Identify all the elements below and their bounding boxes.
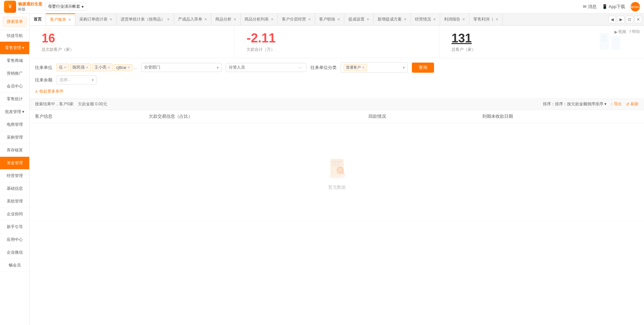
tab-customer-contact[interactable]: 客户联络 ✕	[315, 13, 344, 26]
tab-customer-segmentation[interactable]: 客户分层经营 ✕	[278, 13, 315, 26]
sidebar-item-member[interactable]: 畅会员	[0, 259, 29, 272]
filter-tag-2[interactable]: 陈民强 ✕	[70, 64, 91, 71]
sidebar-item-member-center[interactable]: 会员中心	[0, 80, 29, 93]
svg-point-0	[42, 29, 54, 41]
tab-close-goods-analysis-list[interactable]: ✕	[271, 17, 273, 21]
tab-expand-btn[interactable]: ⊡	[626, 16, 633, 23]
tab-close-purchase-order[interactable]: ✕	[110, 17, 112, 21]
table-empty-row: 暂无数据	[30, 123, 644, 221]
sidebar-item-operations[interactable]: 经营管理	[0, 170, 29, 182]
tab-profit-report[interactable]: 利润报告 ✕	[440, 13, 469, 26]
stat-card-customers: 16 总欠款客户（家）	[30, 26, 234, 58]
logo-area: ¥ 畅捷通好生意 标版	[4, 1, 42, 13]
tab-purchase-order-stats[interactable]: 采购订单统计表 ✕	[75, 13, 117, 26]
balance-label: 往来余额	[35, 77, 52, 83]
tab-close-retail-profit[interactable]: ✕	[496, 17, 498, 21]
tab-customer-account[interactable]: 客户账本 ✕	[46, 13, 75, 26]
sidebar-item-enterprise-coop[interactable]: 企业协同	[0, 208, 29, 221]
svg-rect-9	[604, 35, 606, 38]
export-button[interactable]: ↑ 导出	[610, 101, 622, 107]
tag-close-1[interactable]: ✕	[64, 66, 67, 69]
tab-prev-btn[interactable]: ◀	[608, 16, 616, 23]
query-button[interactable]: 查询	[412, 63, 434, 73]
table-header: 客户信息 欠款交易信息（占比） 回款情况 到期未收款日期	[30, 110, 644, 123]
svg-rect-8	[602, 35, 604, 38]
avatar[interactable]: demo2	[631, 2, 640, 11]
balance-filter[interactable]: 选择...	[56, 75, 97, 84]
tab-close-product-inbound[interactable]: ✕	[204, 17, 207, 21]
sidebar-item-base-info[interactable]: 基础信息	[0, 182, 29, 195]
sort-arrow-icon: ▾	[604, 102, 606, 106]
sidebar-item-sys-mgmt[interactable]: 系统管理	[0, 195, 29, 208]
tab-close-all-btn[interactable]: ✕	[635, 16, 642, 23]
tab-purchase-goods-stats[interactable]: 进货单统计表（按商品） ✕	[117, 13, 174, 26]
sidebar-item-inventory[interactable]: 库存核算	[0, 144, 29, 157]
tab-retail-profit[interactable]: 零售利润（ ✕	[469, 13, 503, 26]
tab-next-btn[interactable]: ▶	[617, 16, 625, 23]
svg-rect-12	[614, 38, 616, 41]
tab-home[interactable]: 首页	[30, 13, 46, 26]
page-content: 16 总欠款客户（家） ✕ -2.11 欠款合计（万）	[30, 26, 644, 325]
collapse-button[interactable]: ∧ 收起更多条件	[35, 88, 639, 94]
tab-product-inbound[interactable]: 产成品入库单 ✕	[174, 13, 211, 26]
col-customer-info: 客户信息	[30, 110, 143, 123]
tag-close-2[interactable]: ✕	[86, 66, 88, 69]
tab-close-raise-settings[interactable]: ✕	[367, 17, 369, 21]
filter-tags-more[interactable]: ...	[134, 65, 137, 70]
dept-filter[interactable]: 分管部门	[141, 63, 222, 72]
filter-tag-4[interactable]: cjttcw ✕	[114, 64, 132, 71]
stat-card-total-customers: 131 总客户（家） ▶ 视频 ? 帮助	[439, 26, 644, 58]
tab-goods-analysis-list[interactable]: 商品分析列表 ✕	[241, 13, 278, 26]
svg-rect-5	[600, 33, 600, 50]
sidebar-item-finance[interactable]: 资金管理	[0, 157, 29, 170]
tab-operations-status[interactable]: 经营情况 ✕	[411, 13, 440, 26]
col-due-date: 到期未收款日期	[477, 110, 644, 123]
stat-card-amount: ✕ -2.11 欠款合计（万）	[234, 26, 439, 58]
sidebar-item-retail-shop[interactable]: 零售商城	[0, 55, 29, 67]
tab-close-profit-report[interactable]: ✕	[462, 17, 465, 21]
filter-tag-3[interactable]: 王小亮 ✕	[92, 64, 113, 71]
search-menu-button[interactable]: 搜索菜单	[3, 17, 27, 27]
svg-rect-7	[611, 36, 612, 50]
tab-close-goods-analysis[interactable]: ✕	[233, 17, 236, 21]
tab-close-customer-account[interactable]: ✕	[68, 18, 71, 22]
video-btn[interactable]: ▶ 视频	[614, 29, 626, 35]
tab-goods-analysis[interactable]: 商品分析 ✕	[211, 13, 241, 26]
sidebar-item-retail-stats[interactable]: 零售统计	[0, 93, 29, 106]
col-repayment: 回款情况	[363, 110, 477, 123]
svg-rect-11	[604, 39, 606, 42]
tag-close-3[interactable]: ✕	[108, 66, 110, 69]
filter-tag-1[interactable]: 伍 ✕	[56, 64, 69, 71]
quick-nav-button[interactable]: 快捷导航	[0, 30, 29, 42]
category-tag[interactable]: 普通客户 ✕	[344, 64, 367, 71]
logo-text: 畅捷通好生意 标版	[18, 2, 42, 12]
refresh-button[interactable]: ↺ 刷新	[626, 101, 639, 107]
stat-actions: ▶ 视频 ? 帮助	[614, 29, 640, 35]
sort-label: 排序：排序：按欠款金额倒序排序 ▾	[543, 101, 606, 107]
tab-close-customer-contact[interactable]: ✕	[337, 17, 340, 21]
app-download-btn[interactable]: 📱 App下载	[602, 4, 625, 10]
sidebar-item-enterprise-wechat[interactable]: 企业微信	[0, 246, 29, 259]
sidebar-item-retail-mgmt[interactable]: 零售管理 ▾	[0, 42, 29, 55]
tenant-select[interactable]: 母婴行业演示帐套 ▾	[45, 3, 87, 10]
tab-close-purchase-goods[interactable]: ✕	[167, 17, 170, 21]
tab-new-raise-plan[interactable]: 新增提成方案 ✕	[374, 13, 411, 26]
category-tag-close[interactable]: ✕	[362, 66, 364, 69]
sidebar-item-new-guide[interactable]: 新手引导	[0, 221, 29, 233]
stats-bar: 16 总欠款客户（家） ✕ -2.11 欠款合计（万）	[30, 26, 644, 58]
category-filter[interactable]: 普通客户 ✕	[341, 62, 408, 73]
tab-close-operations-status[interactable]: ✕	[433, 17, 436, 21]
sidebar-item-purchase-mgmt[interactable]: 采购管理	[0, 131, 29, 144]
person-filter[interactable]: 分管人员 ···	[226, 63, 306, 72]
sidebar-item-wholesale-mgmt[interactable]: 批发管理 ▾	[0, 106, 29, 118]
sidebar-item-marketing[interactable]: 营销推广	[0, 67, 29, 80]
help-btn[interactable]: ? 帮助	[629, 29, 640, 35]
sidebar-item-ecommerce[interactable]: 电商管理	[0, 118, 29, 131]
sidebar-item-app-center[interactable]: 应用中心	[0, 233, 29, 246]
tab-close-new-raise-plan[interactable]: ✕	[404, 17, 406, 21]
tab-raise-settings[interactable]: 提成设置 ✕	[344, 13, 374, 26]
tag-close-4[interactable]: ✕	[127, 66, 130, 69]
help-icon: ?	[629, 30, 631, 34]
message-btn[interactable]: ✉ 消息	[583, 4, 597, 10]
tab-close-customer-segmentation[interactable]: ✕	[308, 17, 311, 21]
